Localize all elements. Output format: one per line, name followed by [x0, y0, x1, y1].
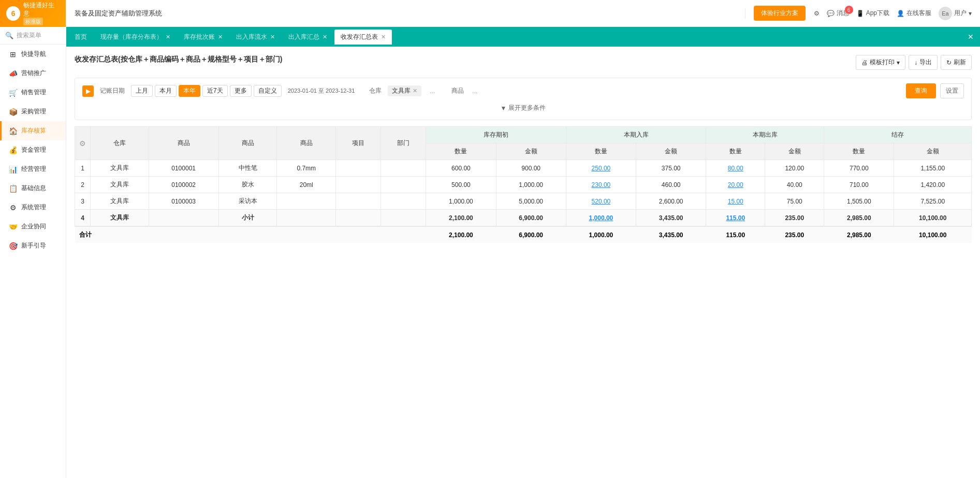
goods-more-button[interactable]: ... — [470, 86, 479, 96]
tab-stock-dist[interactable]: 现存量（库存分布表） ✕ — [94, 30, 177, 45]
row-in-qty[interactable]: 520.00 — [566, 193, 636, 210]
row-name: 采访本 — [218, 193, 277, 210]
footer-in-amount: 3,435.00 — [636, 226, 706, 243]
col-opening-qty-header: 数量 — [426, 143, 496, 160]
row-opening-amount: 900.00 — [496, 160, 566, 177]
search-icon: 🔍 — [5, 32, 13, 39]
row-out-qty[interactable]: 115.00 — [706, 210, 765, 227]
settings-gear-icon: ⚙ — [814, 10, 820, 17]
app-download-action[interactable]: 📱 App下载 — [856, 9, 889, 18]
row-warehouse: 文具库 — [91, 177, 149, 193]
row-warehouse: 文具库 — [91, 193, 149, 210]
sidebar-item-marketing[interactable]: 📣 营销推广 — [0, 64, 66, 83]
row-code: 0100002 — [149, 177, 218, 193]
date-this-year[interactable]: 本年 — [179, 85, 200, 97]
refresh-icon: ↻ — [946, 59, 952, 66]
settings-action[interactable]: ⚙ — [814, 10, 820, 17]
sidebar-item-cooperation[interactable]: 🤝 企业协同 — [0, 217, 66, 236]
col-opening-amount-header: 金额 — [496, 143, 566, 160]
row-balance-qty: 1,505.00 — [824, 193, 894, 210]
warehouse-tag-close[interactable]: ✕ — [413, 88, 417, 94]
col-in-amount-header: 金额 — [636, 143, 706, 160]
row-in-qty-link[interactable]: 520.00 — [592, 198, 611, 205]
sidebar-item-basics[interactable]: 📋 基础信息 — [0, 179, 66, 198]
page-container: 收发存汇总表(按仓库＋商品编码＋商品＋规格型号＋项目＋部门) 🖨 模板打印 ▾ … — [66, 47, 980, 478]
tab-inout-summary[interactable]: 出入库汇总 ✕ — [282, 30, 333, 45]
row-in-qty[interactable]: 250.00 — [566, 160, 636, 177]
tab-close-batch[interactable]: ✕ — [218, 34, 223, 40]
date-more[interactable]: 更多 — [230, 85, 252, 97]
row-out-qty-link[interactable]: 15.00 — [728, 198, 743, 205]
col-name-header: 商品 — [218, 127, 277, 160]
tab-home[interactable]: 首页 — [68, 30, 93, 45]
row-in-amount: 2,600.00 — [636, 193, 706, 210]
sidebar-item-finance[interactable]: 💰 资金管理 — [0, 140, 66, 160]
user-action[interactable]: Ea 用户 ▾ — [939, 7, 972, 20]
sidebar-item-inventory[interactable]: 🏠 库存核算 — [0, 121, 66, 140]
trial-button[interactable]: 体验行业方案 — [754, 6, 806, 21]
top-header: 装备及固定资产辅助管理系统 体验行业方案 ⚙ 💬 6 消息 📱 App下载 👤 … — [66, 0, 980, 27]
content-area: 收发存汇总表(按仓库＋商品编码＋商品＋规格型号＋项目＋部门) 🖨 模板打印 ▾ … — [66, 47, 980, 478]
row-in-qty-link[interactable]: 1,000.00 — [589, 214, 613, 222]
sidebar-item-guide[interactable]: 🎯 新手引导 — [0, 236, 66, 255]
export-button[interactable]: ↓ 导出 — [909, 55, 938, 70]
row-in-qty[interactable]: 1,000.00 — [566, 210, 636, 227]
tab-recv-send-summary[interactable]: 收发存汇总表 ✕ — [334, 30, 392, 45]
refresh-button[interactable]: ↻ 刷新 — [941, 55, 972, 70]
row-in-qty[interactable]: 230.00 — [566, 177, 636, 193]
tab-close-inout-summary[interactable]: ✕ — [323, 34, 327, 40]
footer-balance-qty: 2,985.00 — [824, 226, 894, 243]
col-settings-icon[interactable]: ⚙ — [79, 139, 86, 148]
table-settings-button[interactable]: 设置 — [940, 83, 964, 98]
row-dept — [381, 193, 426, 210]
row-out-qty-link[interactable]: 115.00 — [726, 214, 745, 222]
service-icon: 👤 — [897, 10, 904, 17]
row-spec — [277, 210, 336, 227]
row-out-qty[interactable]: 20.00 — [706, 177, 765, 193]
online-service-action[interactable]: 👤 在线客服 — [897, 9, 931, 18]
message-action[interactable]: 💬 6 消息 — [827, 9, 849, 18]
row-balance-amount: 1,155.00 — [894, 160, 972, 177]
row-out-qty[interactable]: 15.00 — [706, 193, 765, 210]
tab-close-stock-dist[interactable]: ✕ — [166, 34, 170, 40]
tab-batch[interactable]: 库存批次账 ✕ — [178, 30, 229, 45]
sidebar-item-purchase[interactable]: 📦 采购管理 — [0, 102, 66, 121]
row-code: 0100003 — [149, 193, 218, 210]
date-custom[interactable]: 自定义 — [254, 85, 282, 97]
marketing-icon: 📣 — [9, 69, 17, 78]
row-out-qty-link[interactable]: 20.00 — [728, 181, 743, 189]
tab-inout-flow[interactable]: 出入库流水 ✕ — [230, 30, 281, 45]
date-last-7[interactable]: 近7天 — [202, 85, 228, 97]
sidebar-logo: 6 畅捷通好生意 标准版 — [0, 0, 66, 27]
row-balance-amount: 7,525.00 — [894, 193, 972, 210]
row-in-qty-link[interactable]: 250.00 — [592, 165, 611, 172]
row-in-qty-link[interactable]: 230.00 — [592, 181, 611, 189]
tab-close-recv-send-summary[interactable]: ✕ — [381, 34, 386, 40]
date-last-month[interactable]: 上月 — [131, 85, 153, 97]
warehouse-label: 仓库 — [369, 86, 382, 95]
row-out-qty[interactable]: 80.00 — [706, 160, 765, 177]
template-print-button[interactable]: 🖨 模板打印 ▾ — [856, 55, 905, 70]
row-balance-qty: 770.00 — [824, 160, 894, 177]
sidebar-item-operations[interactable]: 📊 经营管理 — [0, 160, 66, 179]
footer-in-qty: 1,000.00 — [566, 226, 636, 243]
sidebar-item-system[interactable]: ⚙ 系统管理 — [0, 198, 66, 217]
footer-out-amount: 235.00 — [765, 226, 824, 243]
query-button[interactable]: 查询 — [906, 83, 936, 98]
row-spec — [277, 193, 336, 210]
data-table: ⚙ 仓库 商品 商品 商品 项目 部门 库存期初 本期入库 本期出库 结存 — [75, 126, 972, 243]
message-icon: 💬 — [827, 10, 835, 17]
tab-close-inout-flow[interactable]: ✕ — [270, 34, 275, 40]
search-menu[interactable]: 🔍 搜索菜单 — [0, 27, 66, 45]
sidebar: 6 畅捷通好生意 标准版 🔍 搜索菜单 ⊞ 快捷导航 📣 营销推广 🛒 销售管理… — [0, 0, 66, 478]
filter-toggle-button[interactable]: ▶ — [82, 85, 94, 97]
sidebar-item-quick-nav[interactable]: ⊞ 快捷导航 — [0, 45, 66, 64]
date-this-month[interactable]: 本月 — [155, 85, 177, 97]
warehouse-more-button[interactable]: ... — [428, 86, 437, 96]
row-out-qty-link[interactable]: 80.00 — [728, 165, 743, 172]
expand-conditions[interactable]: ▼ 展开更多条件 — [82, 102, 964, 114]
table-row: 4文具库小计2,100.006,900.001,000.003,435.0011… — [75, 210, 972, 227]
sidebar-item-sales[interactable]: 🛒 销售管理 — [0, 83, 66, 102]
row-project — [336, 210, 381, 227]
tabs-close-all[interactable]: ✕ — [963, 31, 978, 43]
